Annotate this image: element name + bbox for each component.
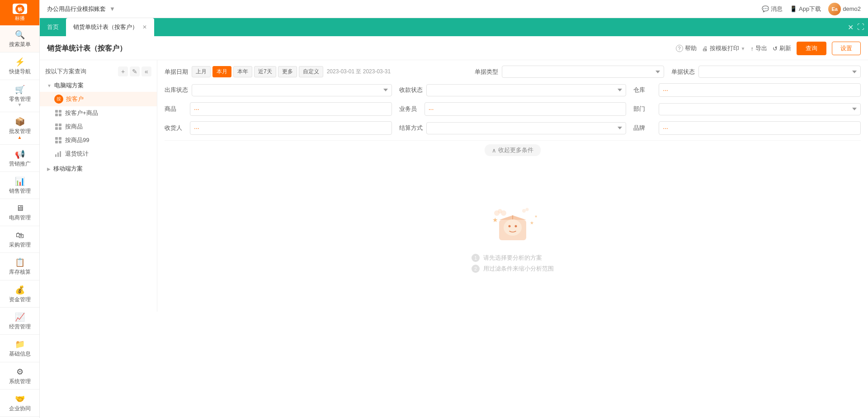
set-button[interactable]: 设置: [832, 42, 861, 55]
brand-input[interactable]: ···: [659, 121, 861, 135]
department-select[interactable]: [659, 103, 861, 115]
sidebar-item-search[interactable]: 🔍 搜索菜单: [0, 25, 39, 52]
filter-row-1: 单据日期 上月 本月 本年 近7天 更多 自定义: [165, 66, 861, 78]
help-btn[interactable]: ? 帮助: [676, 44, 697, 52]
salesperson-label: 业务员: [399, 105, 421, 113]
print-btn[interactable]: 🖨 按模板打印 ▼: [702, 44, 745, 52]
topbar-dropdown-icon[interactable]: ▼: [109, 5, 115, 12]
date-btn-more[interactable]: 更多: [278, 66, 297, 77]
sidebar-item-system[interactable]: ⚙ 系统管理: [0, 362, 39, 390]
salesperson-input[interactable]: ···: [425, 102, 627, 116]
scheme-item-by-customer[interactable]: 按 按客户: [40, 92, 157, 106]
edit-scheme-btn[interactable]: ✎: [130, 66, 140, 76]
doc-type-label: 单据类型: [475, 68, 498, 76]
date-btn-this-year[interactable]: 本年: [233, 66, 252, 77]
date-buttons: 上月 本月 本年 近7天 更多 自定义 2023-03-01 至 2023-03…: [192, 66, 467, 77]
date-btn-7days[interactable]: 近7天: [254, 66, 276, 77]
page-inner: 销货单统计表（按客户） ? 帮助 🖨 按模板打印 ▼ ↑ 导出: [40, 36, 868, 418]
sales-icon: 📊: [15, 176, 25, 186]
warehouse-input[interactable]: ···: [659, 83, 861, 97]
topbar-left: 办公用品行业模拟账套 ▼: [47, 5, 115, 13]
svg-point-25: [526, 208, 529, 211]
messages-btn[interactable]: 💬 消息: [762, 5, 783, 13]
sidebar-item-business[interactable]: 📈 经营管理: [0, 308, 39, 335]
filter-field-payment-status: 收款状态: [399, 84, 627, 96]
scheme-group-header-mobile[interactable]: ▶ 移动端方案: [40, 162, 157, 175]
filter-field-date: 单据日期 上月 本月 本年 近7天 更多 自定义: [165, 66, 467, 77]
scheme-item-by-customer-product[interactable]: 按客户+商品: [40, 106, 157, 120]
app-download-btn[interactable]: 📱 App下载: [790, 5, 821, 13]
product-input[interactable]: ···: [190, 102, 392, 116]
sidebar-item-sales[interactable]: 📊 销售管理: [0, 172, 39, 199]
recipient-input[interactable]: ···: [190, 121, 392, 135]
close-all-tabs-btn[interactable]: ✕: [848, 23, 854, 32]
salesperson-dots[interactable]: ···: [429, 105, 434, 113]
date-btn-this-month[interactable]: 本月: [212, 66, 231, 77]
date-btn-last-month[interactable]: 上月: [192, 66, 211, 77]
recipient-dots[interactable]: ···: [194, 124, 199, 132]
edit-icon: ✎: [132, 68, 137, 75]
scheme-item-label: 按客户: [66, 95, 84, 103]
brand-dots[interactable]: ···: [663, 124, 668, 132]
user-profile-btn[interactable]: Ea demo2: [828, 3, 861, 15]
payment-status-select[interactable]: [426, 84, 627, 96]
sidebar-item-basic[interactable]: 📁 基础信息: [0, 335, 39, 362]
outbound-status-control: [192, 84, 392, 96]
tab-stat-close[interactable]: ✕: [142, 24, 147, 30]
collapse-btn[interactable]: ∧ 收起更多条件: [485, 144, 541, 156]
sidebar-item-ecommerce[interactable]: 🖥 电商管理: [0, 199, 39, 226]
date-btn-custom[interactable]: 自定义: [299, 66, 323, 77]
filter-field-outbound-status: 出库状态: [165, 84, 392, 96]
tab-stat[interactable]: 销货单统计表（按客户） ✕: [66, 18, 154, 36]
sidebar-item-finance[interactable]: 💰 资金管理: [0, 280, 39, 308]
topbar-title: 办公用品行业模拟账套: [47, 5, 106, 13]
scheme-item-by-product99[interactable]: 按商品99: [40, 133, 157, 147]
svg-point-20: [515, 225, 517, 228]
retail-icon: 🛒: [15, 85, 25, 95]
sidebar-item-inventory[interactable]: 📋 库存核算: [0, 253, 39, 280]
collapse-label: 收起更多条件: [498, 146, 533, 154]
filter-field-salesperson: 业务员 ···: [399, 102, 627, 116]
payment-status-control: [426, 84, 627, 96]
refresh-btn[interactable]: ↺ 刷新: [773, 44, 791, 52]
scheme-item-by-product[interactable]: 按商品: [40, 120, 157, 133]
product-dots[interactable]: ···: [194, 105, 199, 113]
doc-type-select[interactable]: [502, 66, 664, 78]
help-icon: ?: [676, 45, 683, 52]
wholesale-icon: 📦: [15, 117, 25, 127]
svg-rect-14: [55, 154, 57, 157]
outbound-status-select[interactable]: [192, 84, 392, 96]
sidebar-item-wholesale[interactable]: 📦 批发管理 ▲: [0, 112, 39, 144]
date-range: 2023-03-01 至 2023-03-31: [327, 68, 391, 76]
sidebar-item-purchase[interactable]: 🛍 采购管理: [0, 226, 39, 253]
doc-status-select[interactable]: [698, 66, 861, 78]
sidebar-item-collab[interactable]: 🤝 企业协同: [0, 390, 39, 417]
filter-form-wrapper: 单据日期 上月 本月 本年 近7天 更多 自定义: [157, 60, 868, 312]
collapse-sidebar-btn[interactable]: «: [142, 66, 151, 76]
brand-label: 品牌: [633, 124, 655, 132]
export-btn[interactable]: ↑ 导出: [751, 44, 768, 52]
sidebar: 畅 标播 🔍 搜索菜单 ⚡ 快捷导航 🛒 零售管理 ▼ 📦 批发管理 ▲ 📢 营…: [0, 0, 40, 418]
filter-field-warehouse: 仓库 ···: [633, 83, 861, 97]
scheme-group-header-desktop[interactable]: ▼ 电脑端方案: [40, 79, 157, 92]
doc-status-label: 单据状态: [671, 68, 695, 76]
query-button[interactable]: 查询: [797, 42, 826, 55]
settlement-select[interactable]: [426, 122, 627, 134]
filter-field-doc-status: 单据状态: [671, 66, 861, 78]
sidebar-item-retail[interactable]: 🛒 零售管理 ▼: [0, 80, 39, 112]
scheme-item-return-stat[interactable]: 退货统计: [40, 147, 157, 161]
group-expand-icon: ▼: [47, 83, 52, 88]
tab-home[interactable]: 首页: [40, 18, 66, 36]
department-control: [659, 103, 861, 115]
tab-home-label: 首页: [47, 23, 59, 31]
outbound-status-label: 出库状态: [165, 86, 188, 94]
search-icon: 🔍: [15, 30, 25, 40]
sidebar-item-marketing[interactable]: 📢 营销推广: [0, 145, 39, 172]
collapse-up-icon: ∧: [492, 147, 496, 154]
collapse-row: ∧ 收起更多条件: [165, 140, 861, 158]
expand-tab-btn[interactable]: ⛶: [857, 23, 864, 31]
sidebar-item-quicknav[interactable]: ⚡ 快捷导航: [0, 52, 39, 80]
add-scheme-btn[interactable]: +: [118, 66, 128, 76]
warehouse-dots[interactable]: ···: [663, 86, 668, 94]
svg-rect-12: [55, 141, 58, 143]
